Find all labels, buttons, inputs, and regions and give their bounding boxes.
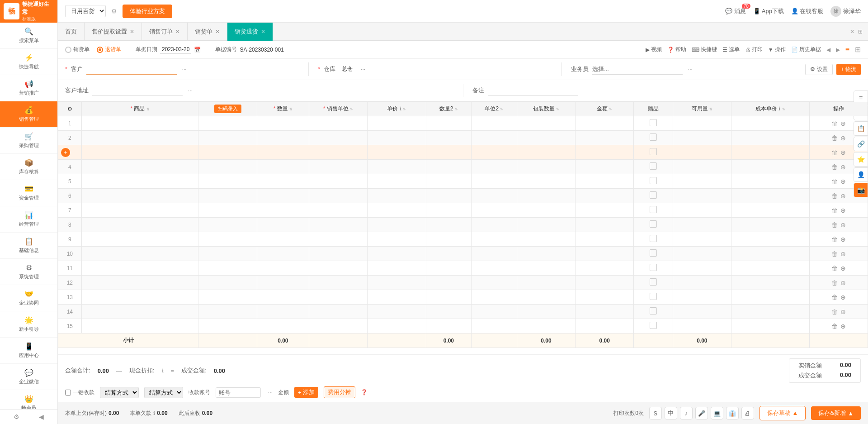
sidebar-item-inventory[interactable]: 📦 库存核算 xyxy=(0,154,57,180)
tab-sale-price-close[interactable]: ✕ xyxy=(130,29,134,35)
cell-qty-11[interactable] xyxy=(257,261,309,276)
delete-row-8[interactable]: 🗑 xyxy=(831,221,838,229)
gift-checkbox-3[interactable] xyxy=(650,148,657,155)
address-input[interactable] xyxy=(92,85,183,96)
delete-row-14[interactable]: 🗑 xyxy=(831,308,838,315)
cell-gift-10[interactable] xyxy=(634,247,673,261)
tool-icon-2[interactable]: 中 xyxy=(665,407,677,419)
cell-qty2-3[interactable] xyxy=(426,145,472,160)
delete-row-6[interactable]: 🗑 xyxy=(831,192,838,200)
cell-available-9[interactable] xyxy=(673,232,731,247)
cell-unit2-5[interactable] xyxy=(472,174,517,189)
tab-sale-order[interactable]: 销售订单 ✕ xyxy=(142,23,188,41)
sidebar-item-marketing[interactable]: 📢 营销推广 xyxy=(0,75,57,101)
copy-row-9[interactable]: ⊕ xyxy=(840,236,846,243)
nav-prev-icon[interactable]: ◀ xyxy=(826,47,830,53)
cell-unit2-15[interactable] xyxy=(472,319,517,333)
cell-amount-4[interactable] xyxy=(576,160,634,174)
gift-checkbox-13[interactable] xyxy=(650,293,657,300)
cell-unit-price-12[interactable] xyxy=(368,276,426,290)
cell-available-11[interactable] xyxy=(673,261,731,276)
cell-qty-7[interactable] xyxy=(257,203,309,218)
cell-product-4[interactable] xyxy=(81,160,198,174)
cell-sale-unit-14[interactable] xyxy=(309,305,367,319)
tool-icon-4[interactable]: 🎤 xyxy=(695,407,708,419)
cell-available-10[interactable] xyxy=(673,247,731,261)
cell-pack-qty-1[interactable] xyxy=(517,116,575,131)
view-grid-icon[interactable]: ⊞ xyxy=(855,45,861,54)
sidebar-item-search[interactable]: 🔍 搜索菜单 xyxy=(0,23,57,49)
action-help[interactable]: ❓ 帮助 xyxy=(667,46,686,53)
copy-row-1[interactable]: ⊕ xyxy=(840,120,846,127)
cell-unit2-9[interactable] xyxy=(472,232,517,247)
cell-unit2-14[interactable] xyxy=(472,305,517,319)
delete-row-13[interactable]: 🗑 xyxy=(831,294,838,301)
remark-input[interactable] xyxy=(488,85,578,96)
cell-qty-4[interactable] xyxy=(257,160,309,174)
cell-qty2-4[interactable] xyxy=(426,160,472,174)
warehouse-value[interactable]: 总仓 xyxy=(339,64,355,74)
sidebar-item-enterprise-wx[interactable]: 💬 企业微信 xyxy=(0,364,57,390)
cell-qty2-2[interactable] xyxy=(426,131,472,145)
cell-qty-12[interactable] xyxy=(257,276,309,290)
cell-unit-price-11[interactable] xyxy=(368,261,426,276)
view-list-icon[interactable]: ≡ xyxy=(845,46,849,54)
cell-available-14[interactable] xyxy=(673,305,731,319)
price-info-icon[interactable]: ℹ xyxy=(400,106,401,111)
message-btn[interactable]: 💬 70 消息 xyxy=(725,7,746,15)
cell-gift-4[interactable] xyxy=(634,160,673,174)
cell-unit-price-8[interactable] xyxy=(368,218,426,232)
float-btn-6[interactable]: 👤 xyxy=(854,167,868,182)
tab-sale-return[interactable]: 销货退货 ✕ xyxy=(227,23,273,41)
cell-amount-5[interactable] xyxy=(576,174,634,189)
cell-pack-qty-12[interactable] xyxy=(517,276,575,290)
cell-unit2-1[interactable] xyxy=(472,116,517,131)
delete-row-4[interactable]: 🗑 xyxy=(831,163,838,171)
col-gear[interactable]: ⚙ xyxy=(58,102,82,116)
cell-sale-unit-2[interactable] xyxy=(309,131,367,145)
copy-row-12[interactable]: ⊕ xyxy=(840,279,846,286)
cell-pack-qty-3[interactable] xyxy=(517,145,575,160)
sidebar-item-quick-nav[interactable]: ⚡ 快捷导航 xyxy=(0,49,57,75)
cell-qty-1[interactable] xyxy=(257,116,309,131)
settings-button[interactable]: ⚙ 设置 xyxy=(805,64,832,75)
cell-amount-9[interactable] xyxy=(576,232,634,247)
sidebar-item-guide[interactable]: 🌟 新手引导 xyxy=(0,311,57,338)
cell-amount-1[interactable] xyxy=(576,116,634,131)
cell-pack-qty-8[interactable] xyxy=(517,218,575,232)
action-operate[interactable]: ▼ 操作 xyxy=(768,46,786,53)
cell-unit2-6[interactable] xyxy=(472,189,517,203)
gift-checkbox-2[interactable] xyxy=(650,133,657,141)
cell-unit2-4[interactable] xyxy=(472,160,517,174)
gift-checkbox-5[interactable] xyxy=(650,177,657,184)
topbar-gear-icon[interactable]: ⚙ xyxy=(111,8,117,15)
cell-product-14[interactable] xyxy=(81,305,198,319)
cell-gift-6[interactable] xyxy=(634,189,673,203)
calendar-icon[interactable]: 📅 xyxy=(194,47,201,53)
tool-icon-3[interactable]: ♪ xyxy=(680,407,693,419)
cell-qty-8[interactable] xyxy=(257,218,309,232)
save-new-btn[interactable]: 保存&新增 ▲ xyxy=(811,406,861,420)
cell-qty2-5[interactable] xyxy=(426,174,472,189)
cell-available-13[interactable] xyxy=(673,290,731,305)
cell-amount-15[interactable] xyxy=(576,319,634,333)
cell-gift-12[interactable] xyxy=(634,276,673,290)
cost-price-info-icon[interactable]: ℹ xyxy=(778,106,780,111)
user-menu[interactable]: 徐 徐泽华 xyxy=(830,6,861,17)
gift-checkbox-10[interactable] xyxy=(650,249,657,257)
cell-product-2[interactable] xyxy=(81,131,198,145)
cell-unit2-8[interactable] xyxy=(472,218,517,232)
cell-unit2-3[interactable] xyxy=(472,145,517,160)
delete-row-9[interactable]: 🗑 xyxy=(831,236,838,243)
cell-qty-9[interactable] xyxy=(257,232,309,247)
fee-split-btn[interactable]: 费用分摊 xyxy=(324,386,355,398)
date-value[interactable]: 2023-03-20 xyxy=(160,45,191,54)
save-draft-btn[interactable]: 保存草稿 ▲ xyxy=(760,406,806,420)
cell-sale-unit-11[interactable] xyxy=(309,261,367,276)
gift-checkbox-9[interactable] xyxy=(650,235,657,242)
cell-available-6[interactable] xyxy=(673,189,731,203)
cell-pack-qty-10[interactable] xyxy=(517,247,575,261)
cell-available-2[interactable] xyxy=(673,131,731,145)
cell-qty-10[interactable] xyxy=(257,247,309,261)
cell-available-3[interactable] xyxy=(673,145,731,160)
